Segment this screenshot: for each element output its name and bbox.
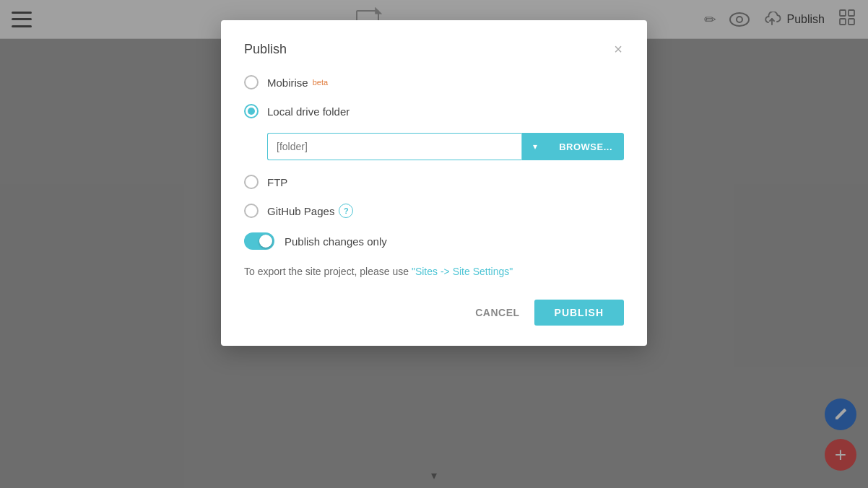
option-ftp-label: FTP xyxy=(267,176,287,188)
publish-dialog: Publish × Mobirise beta Local drive fold… xyxy=(221,20,647,346)
dialog-footer: CANCEL PUBLISH xyxy=(244,300,624,326)
dialog-header: Publish × xyxy=(244,40,624,58)
github-help-badge[interactable]: ? xyxy=(339,204,353,218)
option-local-label: Local drive folder xyxy=(267,105,350,118)
option-github-label: GitHub Pages ? xyxy=(267,204,353,218)
radio-github[interactable] xyxy=(244,204,259,218)
option-github[interactable]: GitHub Pages ? xyxy=(244,204,624,218)
toggle-knob xyxy=(259,235,272,248)
folder-input[interactable] xyxy=(267,133,521,160)
publish-button[interactable]: PUBLISH xyxy=(534,300,624,326)
toggle-row: Publish changes only xyxy=(244,232,624,250)
beta-badge: beta xyxy=(313,78,328,87)
dialog-title: Publish xyxy=(244,42,287,57)
folder-input-row: ▾ BROWSE... xyxy=(267,133,624,160)
option-ftp[interactable]: FTP xyxy=(244,175,624,189)
option-local[interactable]: Local drive folder xyxy=(244,104,624,118)
option-mobirise[interactable]: Mobirise beta xyxy=(244,75,624,90)
folder-dropdown-button[interactable]: ▾ xyxy=(521,133,547,160)
modal-overlay: Publish × Mobirise beta Local drive fold… xyxy=(0,0,868,488)
dialog-close-button[interactable]: × xyxy=(612,40,624,58)
cancel-button[interactable]: CANCEL xyxy=(472,301,522,324)
site-settings-link[interactable]: "Sites -> Site Settings" xyxy=(412,266,513,277)
option-mobirise-label: Mobirise beta xyxy=(267,77,328,89)
radio-mobirise[interactable] xyxy=(244,75,259,90)
publish-changes-toggle[interactable] xyxy=(244,232,274,250)
toggle-label: Publish changes only xyxy=(285,235,387,248)
chevron-down-icon: ▾ xyxy=(533,141,537,152)
info-text: To export the site project, please use "… xyxy=(244,264,624,279)
radio-local[interactable] xyxy=(244,104,259,118)
browse-button[interactable]: BROWSE... xyxy=(547,133,624,160)
radio-ftp[interactable] xyxy=(244,175,259,189)
